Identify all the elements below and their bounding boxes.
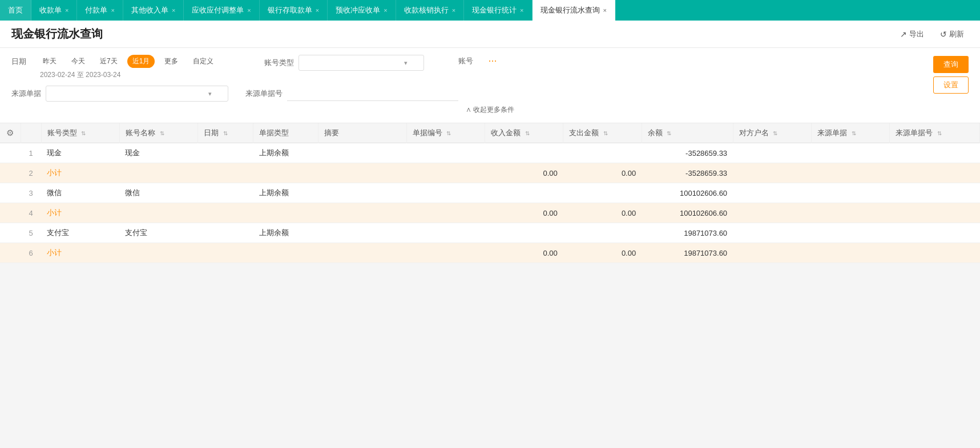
nav-tab-receipt[interactable]: 收款单 × (31, 0, 77, 21)
row-balance: 19871073.60 (642, 223, 733, 243)
nav-tab-collection-exec[interactable]: 收款核销执行 × (396, 0, 464, 21)
row-balance: -3528659.33 (642, 143, 733, 163)
th-source-doc-label: 来源单据 (817, 128, 847, 137)
sort-icon-3: ⇅ (223, 130, 228, 136)
row-counterpart (733, 143, 811, 163)
th-income[interactable]: 收入金额 ⇅ (485, 123, 563, 143)
th-balance[interactable]: 余额 ⇅ (642, 123, 733, 143)
row-settings (0, 203, 21, 223)
row-seq: 3 (21, 183, 41, 203)
row-income (485, 183, 563, 203)
th-date[interactable]: 日期 ⇅ (198, 123, 253, 143)
th-account-type[interactable]: 账号类型 ⇅ (41, 123, 119, 143)
th-expense[interactable]: 支出金额 ⇅ (563, 123, 642, 143)
table-header-row: ⚙ 账号类型 ⇅ 账号名称 ⇅ 日期 ⇅ 单据类型 (0, 123, 980, 143)
nav-tab-cash-bank-stat[interactable]: 现金银行统计 × (464, 0, 532, 21)
row-balance: 100102606.60 (642, 203, 733, 223)
th-counterpart[interactable]: 对方户名 ⇅ (733, 123, 811, 143)
row-account-name (119, 243, 197, 263)
row-source-doc-no (890, 203, 980, 223)
export-button[interactable]: ↗ 导出 (896, 27, 929, 42)
sort-icon-2: ⇅ (160, 130, 164, 136)
receipt-label: 收款单 (39, 5, 62, 15)
sort-icon-9: ⇅ (852, 130, 856, 136)
account-dots-button[interactable]: ··· (486, 55, 499, 67)
row-counterpart (733, 163, 811, 183)
settings-button[interactable]: 设置 (933, 76, 969, 94)
collapse-conditions-button[interactable]: ∧ 收起更多条件 (11, 102, 969, 116)
date-btn-today[interactable]: 今天 (66, 55, 90, 68)
nav-tab-payment[interactable]: 付款单 × (77, 0, 123, 21)
account-label: 账号 (458, 56, 481, 66)
row-seq: 2 (21, 163, 41, 183)
row-source-doc (812, 143, 890, 163)
th-settings[interactable]: ⚙ (0, 123, 21, 143)
th-summary-label: 摘要 (324, 128, 339, 137)
close-icon[interactable]: × (603, 7, 607, 14)
other-income-label: 其他收入单 (131, 5, 168, 15)
source-doc-num-input[interactable] (287, 86, 458, 101)
row-doc-type: 上期余额 (253, 223, 318, 243)
date-btn-1month[interactable]: 近1月 (127, 55, 155, 68)
row-summary (318, 203, 406, 223)
close-icon[interactable]: × (247, 7, 251, 14)
account-type-select[interactable]: ▾ (299, 55, 424, 71)
row-summary (318, 223, 406, 243)
nav-tab-other-income[interactable]: 其他收入单 × (123, 0, 184, 21)
date-btn-yesterday[interactable]: 昨天 (38, 55, 62, 68)
date-btn-7days[interactable]: 近7天 (95, 55, 123, 68)
th-source-doc-no-label: 来源单据号 (896, 128, 933, 137)
row-income: 0.00 (485, 163, 563, 183)
row-expense: 0.00 (563, 203, 642, 223)
gear-icon[interactable]: ⚙ (6, 128, 14, 138)
header-actions: ↗ 导出 ↺ 刷新 (896, 27, 969, 42)
th-balance-label: 余额 (648, 128, 663, 137)
close-icon[interactable]: × (65, 7, 68, 14)
th-income-label: 收入金额 (491, 128, 521, 137)
th-summary: 摘要 (318, 123, 406, 143)
th-account-name[interactable]: 账号名称 ⇅ (119, 123, 197, 143)
date-range-display: 2023-02-24 至 2023-03-24 (40, 71, 120, 79)
advance-offset-label: 预收冲应收单 (336, 5, 380, 15)
row-doc-type: 上期余额 (253, 143, 318, 163)
source-doc-filter: 来源单据 ▾ (11, 86, 228, 102)
row-doc-type (253, 203, 318, 223)
date-btn-more[interactable]: 更多 (159, 55, 183, 68)
date-btn-custom[interactable]: 自定义 (188, 55, 219, 68)
nav-tab-advance-offset[interactable]: 预收冲应收单 × (328, 0, 396, 21)
query-button[interactable]: 查询 (933, 56, 969, 73)
close-icon[interactable]: × (452, 7, 455, 14)
close-icon[interactable]: × (384, 7, 387, 14)
home-label: 首页 (8, 5, 23, 15)
close-icon[interactable]: × (520, 7, 523, 14)
row-summary (318, 243, 406, 263)
refresh-icon: ↺ (940, 30, 947, 39)
row-expense (563, 183, 642, 203)
row-income (485, 143, 563, 163)
close-icon[interactable]: × (172, 7, 175, 14)
th-source-doc-no[interactable]: 来源单据号 ⇅ (890, 123, 980, 143)
th-doc-no[interactable]: 单据编号 ⇅ (406, 123, 485, 143)
nav-tab-bank-deposit[interactable]: 银行存取款单 × (260, 0, 328, 21)
table-row: 2小计0.000.00-3528659.33 (0, 163, 980, 183)
row-doc-type (253, 163, 318, 183)
row-doc-no (406, 243, 485, 263)
row-source-doc-no (890, 243, 980, 263)
close-icon[interactable]: × (111, 7, 114, 14)
close-icon[interactable]: × (316, 7, 319, 14)
row-account-name (119, 203, 197, 223)
th-source-doc[interactable]: 来源单据 ⇅ (812, 123, 890, 143)
refresh-button[interactable]: ↺ 刷新 (935, 27, 969, 42)
sort-icon-6: ⇅ (603, 130, 608, 136)
nav-tab-ar-ap-adjust[interactable]: 应收应付调整单 × (184, 0, 259, 21)
source-doc-select[interactable]: ▾ (46, 86, 228, 102)
row-expense: 0.00 (563, 163, 642, 183)
cash-bank-stat-label: 现金银行统计 (472, 5, 517, 15)
row-settings (0, 183, 21, 203)
nav-tab-cash-bank-flow[interactable]: 现金银行流水查询 × (533, 0, 615, 21)
nav-tab-home[interactable]: 首页 (0, 0, 31, 21)
row-doc-no (406, 223, 485, 243)
page-title: 现金银行流水查询 (11, 26, 103, 42)
row-source-doc-no (890, 183, 980, 203)
table-row: 1现金现金上期余额-3528659.33 (0, 143, 980, 163)
